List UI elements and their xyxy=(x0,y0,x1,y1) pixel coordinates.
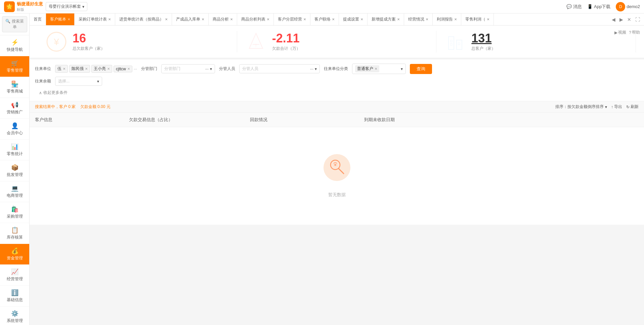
tab-close-customer-book[interactable]: ✕ xyxy=(68,17,70,21)
user-name: demo2 xyxy=(627,4,640,9)
member-label: 会员中心 xyxy=(7,130,23,136)
export-btn[interactable]: ↑ 导出 xyxy=(611,104,622,110)
ecommerce-label: 电商管理 xyxy=(7,193,23,198)
filter-tag-wang[interactable]: 王小亮 ✕ xyxy=(91,65,112,73)
collapse-btn[interactable]: ∧ 收起更多条件 xyxy=(35,88,639,97)
sidebar-item-finance[interactable]: 💰 资金管理 xyxy=(0,244,29,265)
filter-balance-label: 往来余额 xyxy=(35,78,51,84)
sidebar-item-marketing[interactable]: 📢 营销推广 xyxy=(0,98,29,119)
filter-dept-placeholder: 分管部门 xyxy=(164,66,180,72)
sidebar-item-ecommerce[interactable]: 💻 电商管理 xyxy=(0,181,29,202)
base-info-icon: ℹ️ xyxy=(11,289,18,296)
stat-text-total-customers: 131 总客户（家） xyxy=(471,32,496,51)
tab-close-customer-contact[interactable]: ✕ xyxy=(332,17,335,21)
tab-new-raise[interactable]: 新增提成方案 ✕ xyxy=(368,13,404,25)
sidebar-quick-nav[interactable]: ⚡ 快捷导航 xyxy=(0,35,29,56)
tab-close-new-raise[interactable]: ✕ xyxy=(397,17,400,21)
refresh-btn[interactable]: ↻ 刷新 xyxy=(626,104,639,110)
tab-customer-book-label: 客户账本 xyxy=(50,16,66,22)
tag-close-chen[interactable]: ✕ xyxy=(85,67,88,71)
tag-close-unit-type[interactable]: ✕ xyxy=(375,67,377,71)
tab-purchase-order[interactable]: 采购订单统计表 ✕ xyxy=(75,13,115,25)
filter-tag-chen[interactable]: 陈民强 ✕ xyxy=(69,65,90,73)
tag-close-wang[interactable]: ✕ xyxy=(107,67,110,71)
tab-product-analysis[interactable]: 商品分析 ✕ xyxy=(209,13,237,25)
tab-raise-settings[interactable]: 提成设置 ✕ xyxy=(339,13,368,25)
tab-inventory-stats[interactable]: 进货单统计表（按商品） ✕ xyxy=(115,13,172,25)
sidebar-item-retail-stats[interactable]: 📊 零售统计 xyxy=(0,140,29,160)
empty-icon-inner xyxy=(324,154,350,181)
sort-select[interactable]: 排序：按欠款金额倒序排序 ▾ xyxy=(555,104,607,110)
tab-raise-settings-label: 提成设置 xyxy=(343,16,359,22)
search-menu-btn[interactable]: 🔍 搜索菜单 xyxy=(2,16,27,32)
filter-tag-wu[interactable]: 伍 ✕ xyxy=(55,65,68,73)
tab-customer-tier[interactable]: 客户分层经营 ✕ xyxy=(274,13,310,25)
stat-label-total-customers: 总客户（家） xyxy=(471,46,496,51)
sidebar-item-operation[interactable]: 📈 经营管理 xyxy=(0,265,29,286)
tab-close-inventory-stats[interactable]: ✕ xyxy=(165,17,168,21)
filter-unit-type-select[interactable]: 普通客户 ✕ ▾ xyxy=(352,64,406,74)
tab-close-profit-report[interactable]: ✕ xyxy=(454,17,457,21)
sidebar-item-base-info[interactable]: ℹ️ 基础信息 xyxy=(0,286,29,306)
refresh-icon: ↻ xyxy=(626,105,630,109)
sort-label: 排序：按欠款金额倒序排序 xyxy=(555,104,604,110)
tab-operation-status[interactable]: 经营情况 ✕ xyxy=(404,13,433,25)
svg-rect-8 xyxy=(458,43,460,45)
chevron-down-icon-balance: ▾ xyxy=(97,79,99,84)
ecommerce-icon: 💻 xyxy=(11,185,18,192)
tab-next-btn[interactable]: ▶ xyxy=(618,16,625,23)
doc-help-btn[interactable]: ? 帮助 xyxy=(629,30,640,35)
filter-tag-cjttcw[interactable]: cjttcw ✕ xyxy=(114,66,132,72)
stat-value-total-customers: 131 xyxy=(471,32,496,44)
sidebar-item-system[interactable]: ⚙️ 系统管理 xyxy=(0,306,29,325)
tab-cost-in[interactable]: 产成品入库单 ✕ xyxy=(172,13,209,25)
stat-icon-minus: ! xyxy=(245,31,267,52)
tab-close-customer-tier[interactable]: ✕ xyxy=(303,17,306,21)
tab-close-operation-status[interactable]: ✕ xyxy=(426,17,428,21)
tab-customer-contact[interactable]: 客户联络 ✕ xyxy=(310,13,339,25)
tab-fullscreen-btn[interactable]: ⛶ xyxy=(634,16,641,23)
stat-icon-yen: ¥ xyxy=(46,31,67,52)
filter-dept-select[interactable]: 分管部门 ··· ▾ xyxy=(161,64,215,73)
sidebar-item-inventory[interactable]: 📋 库存核算 xyxy=(0,223,29,244)
filter-person-more: ··· xyxy=(310,67,313,71)
sidebar-item-purchase[interactable]: 🛍️ 采购管理 xyxy=(0,202,29,223)
tag-close-cjttcw[interactable]: ✕ xyxy=(127,67,130,71)
download-icon: 📱 xyxy=(587,4,593,9)
sidebar-item-wholesale[interactable]: 📦 批发管理 xyxy=(0,160,29,181)
sidebar-item-retail-mall[interactable]: 🏪 零售商城 xyxy=(0,77,29,98)
tab-product-analysis-list-label: 商品分析列表 xyxy=(241,16,265,22)
tab-close-product-analysis[interactable]: ✕ xyxy=(230,17,233,21)
tab-prev-btn[interactable]: ◀ xyxy=(610,16,617,23)
result-count-unit: 家 xyxy=(72,104,76,109)
tag-close-wu[interactable]: ✕ xyxy=(63,67,66,71)
tab-product-analysis-list[interactable]: 商品分析列表 ✕ xyxy=(237,13,274,25)
filter-person-select[interactable]: 分管人员 ··· ▾ xyxy=(239,64,320,73)
sidebar-item-retail[interactable]: 🛒 零售管理 xyxy=(0,56,29,77)
svg-rect-6 xyxy=(450,40,452,42)
filter-unit-type-label: 往来单位分类 xyxy=(324,66,348,72)
tab-close-raise-settings[interactable]: ✕ xyxy=(360,17,363,21)
tab-customer-book[interactable]: 客户账本 ✕ xyxy=(46,13,75,25)
message-btn[interactable]: 💬 消息 xyxy=(566,4,582,10)
stat-label-debt-customers: 总欠款客户（家） xyxy=(73,46,105,51)
filter-balance-select[interactable]: 选择... ▾ xyxy=(55,77,102,86)
stat-value-debt-total: -2.11 xyxy=(272,32,300,44)
tab-close-purchase-order[interactable]: ✕ xyxy=(108,17,111,21)
purchase-icon: 🛍️ xyxy=(11,206,18,213)
video-help-btn[interactable]: ▶ 视频 xyxy=(614,30,626,35)
tab-close-all-btn[interactable]: ✕ xyxy=(626,16,633,23)
tab-profit-report[interactable]: 利润报告 ✕ xyxy=(433,13,461,25)
query-button[interactable]: 查询 xyxy=(410,64,432,74)
filter-more-tags[interactable]: ··· xyxy=(134,67,137,71)
app-download-btn[interactable]: 📱 App下载 xyxy=(587,4,610,10)
tab-home[interactable]: 首页 xyxy=(30,13,46,25)
tab-retail-profit[interactable]: 零售利润（ ✕ xyxy=(461,13,494,25)
org-selector[interactable]: 母婴行业演示帐套 ▾ xyxy=(46,2,87,11)
tab-close-product-analysis-list[interactable]: ✕ xyxy=(267,17,269,21)
tab-close-retail-profit[interactable]: ✕ xyxy=(487,17,489,21)
tab-close-cost-in[interactable]: ✕ xyxy=(202,17,204,21)
svg-line-11 xyxy=(339,169,344,174)
sidebar-item-member[interactable]: 👤 会员中心 xyxy=(0,119,29,140)
user-menu[interactable]: D demo2 xyxy=(616,2,640,11)
